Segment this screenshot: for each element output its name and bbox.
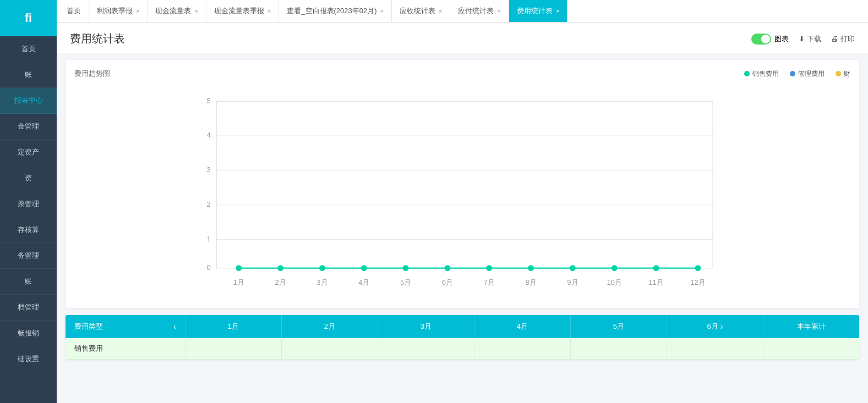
svg-text:0: 0 (207, 263, 211, 272)
td-sales-4 (474, 338, 571, 359)
print-icon: 🖨 (831, 35, 838, 43)
next-month-button[interactable]: › (720, 322, 723, 331)
svg-text:5月: 5月 (400, 278, 411, 286)
th-month-4: 4月 (474, 315, 571, 338)
td-sales-ytd (763, 338, 859, 359)
svg-point-28 (361, 265, 367, 271)
th-month-3: 3月 (378, 315, 474, 338)
svg-point-30 (445, 265, 451, 271)
download-button[interactable]: ⬇ 下载 (799, 34, 821, 44)
download-icon: ⬇ (799, 35, 805, 43)
tab-close-cashflow[interactable]: × (194, 8, 198, 14)
svg-text:6月: 6月 (442, 278, 453, 286)
svg-text:4月: 4月 (358, 278, 369, 286)
td-sales-5 (571, 338, 667, 359)
sidebar-item-home[interactable]: 首页 (0, 36, 57, 62)
tab-receivable[interactable]: 应收统计表 × (392, 0, 450, 22)
td-sales-1 (185, 338, 282, 359)
chart-toggle-wrapper: 图表 (751, 34, 789, 45)
chart-container: 5 4 3 2 1 0 1月 2月 (74, 85, 850, 300)
svg-text:7月: 7月 (484, 278, 495, 286)
svg-point-34 (612, 265, 618, 271)
page-header: 费用统计表 图表 ⬇ 下载 🖨 打印 (57, 23, 868, 53)
sidebar-logo: fi (0, 0, 57, 36)
svg-point-31 (486, 265, 492, 271)
content-area: 费用统计表 图表 ⬇ 下载 🖨 打印 费用趋势图 (57, 23, 868, 403)
legend-dot-sales (744, 71, 750, 76)
tab-close-cashflow-quarterly[interactable]: × (268, 8, 271, 14)
tab-expense-stats[interactable]: 费用统计表 × (509, 0, 567, 22)
tab-close-receivable[interactable]: × (439, 8, 442, 14)
sidebar-item-inventory[interactable]: 存核算 (0, 217, 57, 243)
legend-dot-admin (790, 71, 795, 76)
td-sales-2 (282, 338, 378, 359)
sidebar-item-settings[interactable]: 础设置 (0, 346, 57, 372)
chart-header: 费用趋势图 销售费用 管理费用 财 (74, 69, 850, 79)
legend-label-sales: 销售费用 (752, 69, 779, 79)
svg-point-25 (236, 265, 242, 271)
page-title: 费用统计表 (70, 31, 125, 46)
chart-title: 费用趋势图 (74, 69, 110, 79)
td-sales-6 (667, 338, 763, 359)
svg-text:2月: 2月 (275, 278, 286, 286)
legend-sales: 销售费用 (744, 69, 779, 79)
svg-point-32 (528, 265, 534, 271)
svg-rect-12 (217, 101, 713, 268)
svg-text:3月: 3月 (316, 278, 327, 286)
th-type: 费用类型 ‹ (65, 315, 185, 338)
print-button[interactable]: 🖨 打印 (831, 34, 855, 44)
legend-label-finance: 财 (844, 69, 850, 79)
sidebar-item-archive[interactable]: 档管理 (0, 295, 57, 321)
tab-profit-quarterly[interactable]: 利润表季报 × (89, 0, 148, 22)
svg-point-29 (403, 265, 409, 271)
sidebar: fi 首页 账 报表中心 金管理 定资产 资 票管理 存核算 务管理 账 档管理… (0, 0, 57, 403)
th-month-6: 6月 › (667, 315, 763, 338)
sidebar-item-assets[interactable]: 定资产 (0, 140, 57, 165)
legend-admin: 管理费用 (790, 69, 825, 79)
td-sales-type: 销售费用 (65, 338, 185, 359)
tab-payable[interactable]: 应付统计表 × (450, 0, 509, 22)
sidebar-item-capital[interactable]: 资 (0, 165, 57, 191)
tab-close-payable[interactable]: × (497, 8, 500, 14)
sidebar-item-expense[interactable]: 畅报销 (0, 321, 57, 346)
chart-section: 费用趋势图 销售费用 管理费用 财 (65, 60, 859, 308)
svg-text:10月: 10月 (607, 278, 622, 286)
sidebar-item-account[interactable]: 账 (0, 62, 57, 88)
sidebar-item-invoice[interactable]: 票管理 (0, 191, 57, 217)
tab-close-expense-stats[interactable]: × (556, 8, 559, 14)
sidebar-item-ledger[interactable]: 账 (0, 269, 57, 295)
th-month-5: 5月 (571, 315, 667, 338)
tab-close-blank-report[interactable]: × (380, 8, 384, 14)
data-table: 费用类型 ‹ 1月 2月 3月 4月 5月 6月 › 本年累计 销售费用 (65, 315, 859, 360)
chart-legend: 销售费用 管理费用 财 (744, 69, 850, 79)
tab-cashflow-quarterly[interactable]: 现金流量表季报 × (206, 0, 279, 22)
svg-text:11月: 11月 (648, 278, 663, 286)
sidebar-item-reports[interactable]: 报表中心 (0, 88, 57, 114)
line-chart-svg: 5 4 3 2 1 0 1月 2月 (74, 85, 850, 300)
sidebar-item-service[interactable]: 务管理 (0, 243, 57, 269)
svg-text:2: 2 (207, 200, 211, 208)
td-sales-3 (378, 338, 474, 359)
tab-home[interactable]: 首页 (59, 0, 89, 22)
svg-point-35 (653, 265, 659, 271)
chart-toggle-label: 图表 (774, 34, 789, 44)
svg-text:9月: 9月 (567, 278, 578, 286)
legend-finance: 财 (836, 69, 850, 79)
svg-text:3: 3 (207, 165, 211, 174)
th-month-2: 2月 (282, 315, 378, 338)
sidebar-item-cash[interactable]: 金管理 (0, 114, 57, 140)
legend-dot-finance (836, 71, 841, 76)
svg-point-33 (570, 265, 576, 271)
table-header: 费用类型 ‹ 1月 2月 3月 4月 5月 6月 › 本年累计 (65, 315, 859, 338)
th-month-1: 1月 (185, 315, 282, 338)
table-row-sales: 销售费用 (65, 338, 859, 360)
svg-point-36 (695, 265, 701, 271)
svg-text:1: 1 (207, 235, 211, 243)
tab-blank-report[interactable]: 查看_空白报表(2023年02月) × (279, 0, 392, 22)
chart-toggle[interactable] (751, 34, 771, 45)
tab-close-profit-quarterly[interactable]: × (136, 8, 139, 14)
prev-month-button[interactable]: ‹ (173, 322, 176, 331)
th-ytd: 本年累计 (763, 315, 859, 338)
tab-cashflow[interactable]: 现金流量表 × (148, 0, 206, 22)
th-type-label: 费用类型 (74, 322, 103, 332)
